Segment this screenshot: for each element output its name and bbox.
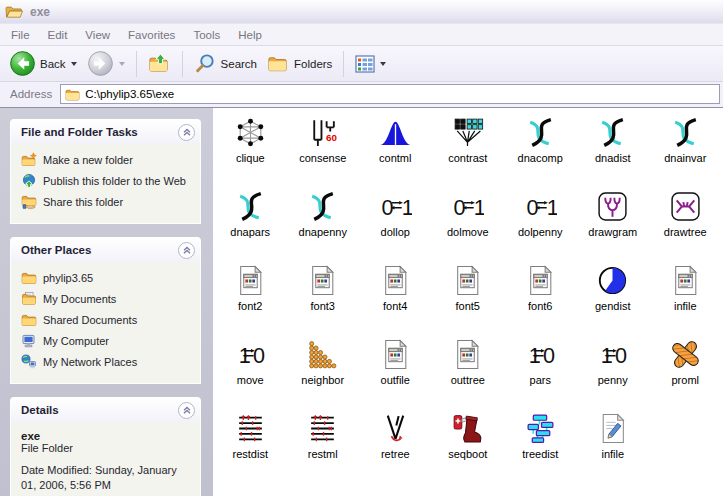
address-input[interactable]: C:\phylip3.65\exe [60, 84, 720, 104]
file-label: restdist [233, 448, 268, 460]
sidebar-item-my-documents[interactable]: My Documents [21, 291, 194, 308]
collapse-chevron-icon[interactable] [178, 242, 195, 259]
file-item-dollop[interactable]: 01dollop [359, 187, 432, 261]
file-item-drawtree[interactable]: drawtree [649, 187, 722, 261]
file-item-dnacomp[interactable]: dnacomp [504, 113, 577, 187]
details-name: exe [21, 430, 194, 442]
panel-title: Other Places [21, 244, 91, 256]
file-label: dnacomp [518, 152, 563, 164]
collapse-chevron-icon[interactable] [178, 124, 195, 141]
menu-item-view[interactable]: View [76, 26, 119, 44]
menu-item-edit[interactable]: Edit [39, 26, 77, 44]
svg-text:1: 1 [401, 195, 411, 220]
file-label: proml [671, 374, 699, 386]
file-label: move [237, 374, 264, 386]
file-label: penny [598, 374, 628, 386]
sidebar-item-make-a-new-folder[interactable]: Make a new folder [21, 152, 194, 169]
sidebar-item-label: phylip3.65 [43, 270, 93, 285]
panel-header-details[interactable]: Details [10, 397, 201, 422]
menu-item-help[interactable]: Help [229, 26, 271, 44]
file-label: gendist [595, 300, 630, 312]
neighbor-matrix-icon [306, 338, 339, 371]
file-label: contml [379, 152, 411, 164]
up-button[interactable] [145, 50, 174, 77]
panel-body-other-places: phylip3.65My DocumentsShared DocumentsMy… [10, 262, 201, 384]
sidebar-item-label: Make a new folder [43, 152, 133, 167]
sidebar-item-publish-this-folder-to-the-web[interactable]: Publish this folder to the Web [21, 173, 194, 190]
file-item-consense[interactable]: 60consense [287, 113, 360, 187]
file-item-restml[interactable]: restml [287, 409, 360, 483]
file-label: drawtree [664, 226, 707, 238]
dna-icon [669, 116, 702, 149]
folders-button[interactable]: Folders [264, 50, 335, 77]
address-bar: Address C:\phylip3.65\exe [0, 82, 723, 108]
sidebar-item-label: My Network Places [43, 354, 137, 369]
restriction-lines-icon [234, 412, 267, 445]
forward-button[interactable] [84, 48, 128, 79]
file-item-penny[interactable]: 10penny [577, 335, 650, 409]
panel-header-other-places[interactable]: Other Places [10, 237, 201, 262]
file-item-dnainvar[interactable]: dnainvar [649, 113, 722, 187]
file-item-infile[interactable]: infile [649, 261, 722, 335]
file-item-font4[interactable]: font4 [359, 261, 432, 335]
search-label: Search [221, 58, 257, 70]
file-item-clique[interactable]: clique [214, 113, 287, 187]
sidebar-item-phylip3-65[interactable]: phylip3.65 [21, 270, 194, 287]
file-label: font4 [383, 300, 407, 312]
panel-body-details: exeFile FolderDate Modified: Sunday, Jan… [10, 422, 201, 496]
file-item-infile[interactable]: infile [577, 409, 650, 483]
menu-item-tools[interactable]: Tools [184, 26, 229, 44]
file-item-outfile[interactable]: outfile [359, 335, 432, 409]
collapse-chevron-icon[interactable] [178, 402, 195, 419]
file-item-move[interactable]: 10move [214, 335, 287, 409]
file-item-drawgram[interactable]: drawgram [577, 187, 650, 261]
sidebar-panel-details: DetailsexeFile FolderDate Modified: Sund… [10, 397, 201, 496]
file-item-pars[interactable]: 10pars [504, 335, 577, 409]
file-item-proml[interactable]: proml [649, 335, 722, 409]
file-item-font3[interactable]: font3 [287, 261, 360, 335]
menu-bar: FileEditViewFavoritesToolsHelp [0, 24, 723, 46]
file-item-dnapars[interactable]: dnapars [214, 187, 287, 261]
file-item-neighbor[interactable]: neighbor [287, 335, 360, 409]
views-button[interactable] [352, 52, 389, 76]
dna-icon [306, 190, 339, 223]
svg-text:0: 0 [615, 343, 627, 368]
file-item-dolpenny[interactable]: 01dolpenny [504, 187, 577, 261]
panel-title: File and Folder Tasks [21, 126, 138, 138]
file-item-retree[interactable]: retree [359, 409, 432, 483]
sidebar-item-shared-documents[interactable]: Shared Documents [21, 312, 194, 329]
back-button[interactable]: Back [6, 48, 80, 79]
file-item-gendist[interactable]: gendist [577, 261, 650, 335]
file-item-font6[interactable]: font6 [504, 261, 577, 335]
menu-item-favorites[interactable]: Favorites [119, 26, 184, 44]
file-item-outtree[interactable]: outtree [432, 335, 505, 409]
document-icon [524, 264, 557, 297]
forward-dropdown-icon[interactable] [119, 62, 125, 66]
file-label: drawgram [588, 226, 637, 238]
file-grid: clique60consensecontmlcontrastdnacompdna… [214, 113, 723, 483]
file-item-font5[interactable]: font5 [432, 261, 505, 335]
menu-item-file[interactable]: File [2, 26, 39, 44]
toolbar-separator [136, 51, 137, 77]
dna-icon [234, 190, 267, 223]
file-item-contml[interactable]: contml [359, 113, 432, 187]
sidebar-item-my-network-places[interactable]: My Network Places [21, 354, 194, 371]
file-item-dnadist[interactable]: dnadist [577, 113, 650, 187]
file-item-font2[interactable]: font2 [214, 261, 287, 335]
file-label: font2 [238, 300, 262, 312]
file-label: font3 [311, 300, 335, 312]
back-dropdown-icon[interactable] [71, 62, 77, 66]
file-item-restdist[interactable]: restdist [214, 409, 287, 483]
sidebar-item-my-computer[interactable]: My Computer [21, 333, 194, 350]
views-dropdown-icon[interactable] [380, 62, 386, 66]
sidebar-item-share-this-folder[interactable]: Share this folder [21, 194, 194, 211]
file-item-dnapenny[interactable]: dnapenny [287, 187, 360, 261]
panel-header-file-folder-tasks[interactable]: File and Folder Tasks [10, 119, 201, 144]
file-item-contrast[interactable]: contrast [432, 113, 505, 187]
search-button[interactable]: Search [191, 50, 260, 77]
file-item-dolmove[interactable]: 01dolmove [432, 187, 505, 261]
file-item-treedist[interactable]: treedist [504, 409, 577, 483]
new-folder-icon [21, 152, 37, 168]
file-label: dnapenny [299, 226, 347, 238]
file-item-seqboot[interactable]: seqboot [432, 409, 505, 483]
